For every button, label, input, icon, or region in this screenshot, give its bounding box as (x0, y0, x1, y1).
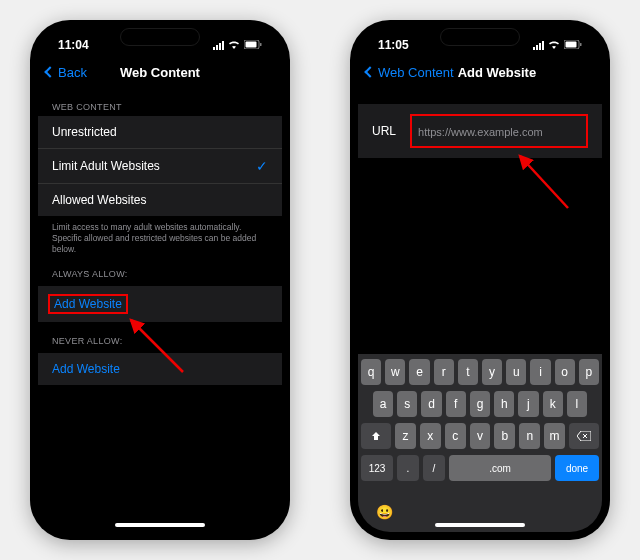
key-slash[interactable]: / (423, 455, 445, 481)
key-r[interactable]: r (434, 359, 454, 385)
phone-right: 11:05 Web Content Add Website URL (350, 20, 610, 540)
key-a[interactable]: a (373, 391, 393, 417)
keyboard: qwertyuiop asdfghjkl zxcvbnm 123 . / .co… (358, 354, 602, 532)
url-label: URL (372, 124, 396, 138)
battery-icon (564, 40, 582, 51)
key-y[interactable]: y (482, 359, 502, 385)
key-j[interactable]: j (518, 391, 538, 417)
key-123[interactable]: 123 (361, 455, 393, 481)
nav-bar: Web Content Add Website (358, 56, 602, 88)
section-header-web-content: WEB CONTENT (38, 88, 282, 116)
phone-left: 11:04 Back Web Content WEB CONTENT (30, 20, 290, 540)
battery-icon (244, 40, 262, 51)
key-u[interactable]: u (506, 359, 526, 385)
key-p[interactable]: p (579, 359, 599, 385)
web-content-options: Unrestricted Limit Adult Websites ✓ Allo… (38, 116, 282, 216)
add-website-always-allow[interactable]: Add Website (38, 286, 282, 322)
key-w[interactable]: w (385, 359, 405, 385)
key-k[interactable]: k (543, 391, 563, 417)
svg-rect-5 (566, 41, 577, 47)
key-x[interactable]: x (420, 423, 441, 449)
highlight-box: Add Website (48, 294, 128, 314)
svg-rect-2 (260, 43, 262, 46)
key-dot[interactable]: . (397, 455, 419, 481)
key-v[interactable]: v (470, 423, 491, 449)
key-com[interactable]: .com (449, 455, 551, 481)
option-allowed[interactable]: Allowed Websites (38, 184, 282, 216)
chevron-left-icon (364, 66, 375, 77)
section-header-never-allow: NEVER ALLOW: (38, 322, 282, 350)
option-limit-adult[interactable]: Limit Adult Websites ✓ (38, 149, 282, 184)
dynamic-island (120, 28, 200, 46)
section-footer: Limit access to many adult websites auto… (38, 216, 282, 255)
wifi-icon (548, 40, 560, 51)
key-o[interactable]: o (555, 359, 575, 385)
chevron-left-icon (44, 66, 55, 77)
emoji-icon[interactable]: 😀 (376, 504, 393, 520)
nav-bar: Back Web Content (38, 56, 282, 88)
key-b[interactable]: b (494, 423, 515, 449)
back-button[interactable]: Back (46, 65, 87, 80)
clock: 11:05 (378, 38, 409, 52)
home-indicator[interactable] (115, 523, 205, 527)
highlight-box: https://www.example.com (410, 114, 588, 148)
svg-rect-1 (246, 41, 257, 47)
key-s[interactable]: s (397, 391, 417, 417)
home-indicator[interactable] (435, 523, 525, 527)
clock: 11:04 (58, 38, 89, 52)
shift-key[interactable] (361, 423, 391, 449)
key-c[interactable]: c (445, 423, 466, 449)
url-input[interactable]: https://www.example.com (418, 126, 543, 138)
back-label: Back (58, 65, 87, 80)
option-unrestricted[interactable]: Unrestricted (38, 116, 282, 149)
key-e[interactable]: e (409, 359, 429, 385)
key-t[interactable]: t (458, 359, 478, 385)
page-title: Add Website (458, 65, 537, 80)
backspace-key[interactable] (569, 423, 599, 449)
add-website-never-allow[interactable]: Add Website (38, 353, 282, 385)
key-h[interactable]: h (494, 391, 514, 417)
status-icons (213, 40, 262, 51)
dynamic-island (440, 28, 520, 46)
key-d[interactable]: d (421, 391, 441, 417)
check-icon: ✓ (256, 158, 268, 174)
key-m[interactable]: m (544, 423, 565, 449)
key-done[interactable]: done (555, 455, 599, 481)
key-g[interactable]: g (470, 391, 490, 417)
back-button[interactable]: Web Content (366, 65, 454, 80)
key-f[interactable]: f (446, 391, 466, 417)
status-icons (533, 40, 582, 51)
key-q[interactable]: q (361, 359, 381, 385)
key-l[interactable]: l (567, 391, 587, 417)
key-z[interactable]: z (395, 423, 416, 449)
url-input-row: URL https://www.example.com (358, 104, 602, 158)
wifi-icon (228, 40, 240, 51)
back-label: Web Content (378, 65, 454, 80)
key-i[interactable]: i (530, 359, 550, 385)
key-n[interactable]: n (519, 423, 540, 449)
section-header-always-allow: ALWAYS ALLOW: (38, 255, 282, 283)
svg-rect-6 (580, 43, 582, 46)
